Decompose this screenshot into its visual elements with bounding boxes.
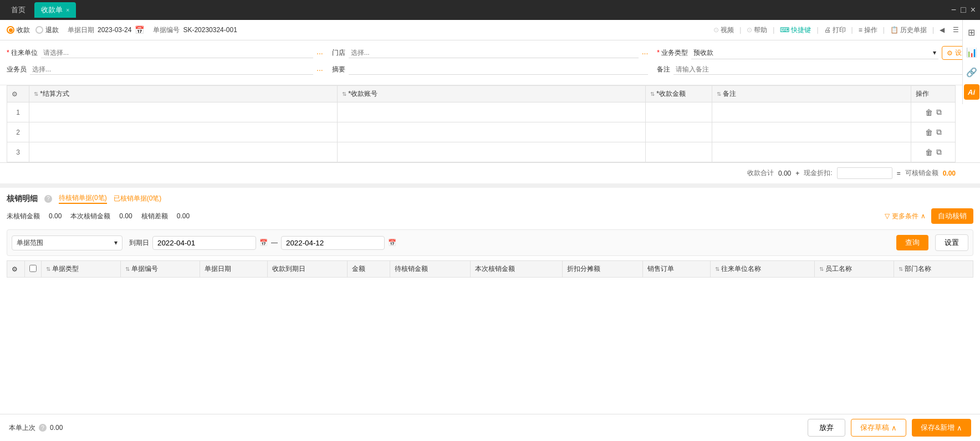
help-label: 帮助 — [754, 25, 767, 35]
counterpart-input[interactable] — [41, 48, 313, 58]
calendar-icon[interactable]: 📅 — [135, 25, 144, 34]
bth-current: 本次核销金额 — [470, 261, 563, 278]
operation-label: 操作 — [864, 25, 877, 35]
window-maximize[interactable]: □ — [961, 5, 966, 15]
form-area: 往来单位 ··· 门店 ··· 业务类型 预收款 ▾ — [0, 40, 980, 85]
number-field: 单据编号 SK-20230324-001 — [153, 25, 237, 35]
calendar-to-icon[interactable]: 📅 — [388, 239, 396, 247]
date-label: 单据日期 — [68, 25, 94, 35]
tab-bar-left: 首页 收款单 × — [4, 2, 76, 18]
row-3-amount[interactable] — [645, 142, 712, 162]
bill-range-select[interactable]: 单据范围 ▾ — [12, 235, 122, 250]
help-btn[interactable]: ⊙ 帮助 — [747, 25, 767, 35]
th-payment-label: *结算方式 — [40, 90, 69, 98]
reconcile-setting-btn[interactable]: 设置 — [935, 234, 968, 251]
nav-left-icon[interactable]: ◀ — [940, 26, 945, 34]
date-value: 2023-03-24 — [98, 26, 131, 34]
date-to-input[interactable] — [281, 236, 385, 250]
bth-counterpart: ⇅ 往来单位名称 — [710, 261, 814, 278]
tab-receipt[interactable]: 收款单 × — [34, 2, 76, 18]
sidebar-chart-icon[interactable]: 📊 — [964, 44, 979, 60]
row-1-amount[interactable] — [645, 102, 712, 122]
table-row: 2 🗑 ⧉ — [7, 122, 956, 142]
date-from-input[interactable] — [152, 236, 256, 250]
shortcut-btn[interactable]: ⌨ 快捷键 — [780, 25, 811, 35]
row-1-delete-icon[interactable]: 🗑 — [925, 108, 933, 117]
staff-more-icon[interactable]: ··· — [317, 65, 323, 74]
store-input[interactable] — [349, 48, 639, 58]
tab-home[interactable]: 首页 — [4, 2, 32, 18]
history-icon: 📋 — [890, 26, 899, 34]
row-2-amount[interactable] — [645, 122, 712, 142]
save-new-chevron-icon: ∧ — [957, 424, 962, 432]
calendar-from-icon[interactable]: 📅 — [259, 239, 268, 247]
radio-collect[interactable]: 收款 — [7, 25, 30, 35]
note-input[interactable] — [673, 64, 973, 75]
row-2-payment[interactable] — [29, 122, 338, 142]
history-label: 历史单据 — [900, 25, 927, 35]
tab-pending[interactable]: 待核销单据(0笔) — [59, 193, 107, 204]
bth-bill-type: ⇅ 单据类型 — [42, 261, 121, 278]
save-new-btn[interactable]: 保存&新增 ∧ — [912, 419, 971, 437]
query-btn[interactable]: 查询 — [896, 235, 928, 250]
diff-value: 0.00 — [177, 212, 190, 220]
row-3-note[interactable] — [712, 142, 911, 162]
draft-btn[interactable]: 保存草稿 ∧ — [851, 419, 906, 437]
video-btn[interactable]: ⊙ 视频 — [713, 25, 734, 35]
th-action: 操作 — [911, 86, 956, 102]
row-1-account[interactable] — [337, 102, 645, 122]
business-type-label: 业务类型 — [657, 48, 688, 58]
window-minimize[interactable]: − — [951, 5, 956, 15]
row-2-note[interactable] — [712, 122, 911, 142]
auto-reconcile-btn[interactable]: 自动核销 — [931, 208, 973, 224]
reconcile-title: 核销明细 — [7, 194, 38, 204]
reconcile-section: 核销明细 ? 待核销单据(0笔) 已核销单据(0笔) 未核销金额 0.00 本次… — [0, 183, 980, 283]
operation-btn[interactable]: ≡ 操作 — [859, 25, 877, 35]
filter-row: 单据范围 ▾ 到期日 📅 — 📅 查询 设置 — [7, 229, 973, 256]
business-type-select[interactable]: 预收款 ▾ — [691, 47, 938, 59]
counterpart-more-icon[interactable]: ··· — [317, 49, 323, 58]
row-2-delete-icon[interactable]: 🗑 — [925, 128, 933, 137]
tab-close-icon[interactable]: × — [66, 7, 69, 13]
sidebar-link-icon[interactable]: 🔗 — [964, 64, 979, 80]
radio-refund[interactable]: 退款 — [35, 25, 59, 35]
sidebar-ai-icon[interactable]: Ai — [964, 84, 979, 100]
radio-group: 收款 退款 — [7, 25, 59, 35]
print-btn[interactable]: 🖨 打印 — [824, 25, 846, 35]
row-1-copy-icon[interactable]: ⧉ — [936, 107, 942, 117]
row-1-note[interactable] — [712, 102, 911, 122]
shortcut-icon: ⌨ — [780, 26, 789, 34]
store-more-icon[interactable]: ··· — [642, 49, 649, 58]
sidebar-table-icon[interactable]: ⊞ — [964, 24, 979, 40]
window-close[interactable]: × — [971, 5, 976, 15]
tab-completed[interactable]: 已核销单据(0笔) — [114, 194, 162, 203]
more-conditions-btn[interactable]: ▽ 更多条件 ∧ — [885, 212, 926, 221]
row-3-copy-icon[interactable]: ⧉ — [936, 147, 942, 157]
cash-discount-input[interactable] — [837, 167, 892, 179]
summary-input[interactable] — [349, 64, 649, 75]
history-btn[interactable]: 📋 历史单据 — [890, 25, 927, 35]
footer-right: 放弃 保存草稿 ∧ 保存&新增 ∧ — [808, 419, 971, 437]
staff-input[interactable] — [30, 64, 313, 75]
date-field: 单据日期 2023-03-24 📅 — [68, 25, 144, 35]
row-3-payment[interactable] — [29, 142, 338, 162]
counterpart-label: 往来单位 — [7, 48, 38, 58]
row-1-payment[interactable] — [29, 102, 338, 122]
print-icon: 🖨 — [824, 26, 831, 34]
select-all-checkbox[interactable] — [29, 265, 37, 272]
row-2-account[interactable] — [337, 122, 645, 142]
radio-collect-label: 收款 — [17, 25, 30, 35]
list-view-icon[interactable]: ☰ — [950, 24, 961, 35]
th-payment-method: ⇅ *结算方式 — [29, 86, 338, 102]
row-3-delete-icon[interactable]: 🗑 — [925, 148, 933, 157]
table-gear-icon[interactable]: ⚙ — [12, 90, 18, 98]
abandon-btn[interactable]: 放弃 — [808, 419, 845, 437]
row-2-copy-icon[interactable]: ⧉ — [936, 127, 942, 137]
table-row: 1 🗑 ⧉ — [7, 102, 956, 122]
chevron-up-icon: ∧ — [921, 212, 926, 220]
divider1: | — [739, 26, 741, 34]
row-3-account[interactable] — [337, 142, 645, 162]
plus-sign: + — [795, 170, 799, 177]
bottom-gear-icon[interactable]: ⚙ — [12, 265, 18, 273]
store-field: 门店 ··· — [332, 48, 649, 58]
